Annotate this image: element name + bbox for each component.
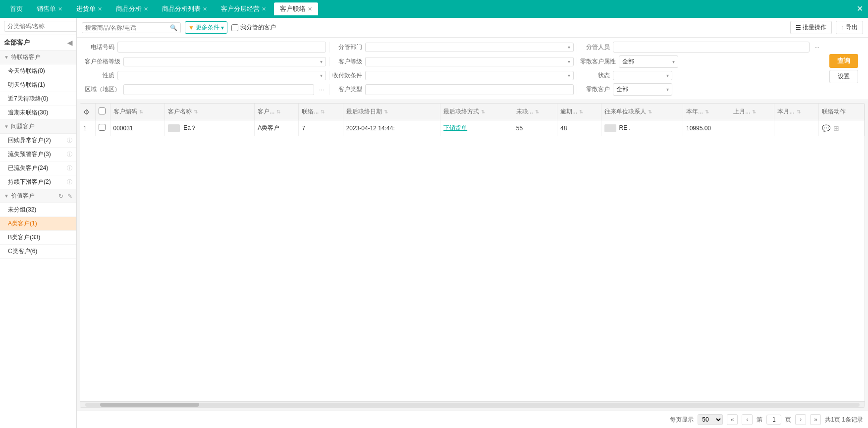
prev-page-btn[interactable]: ‹ <box>742 414 753 425</box>
sort-overdue-icon[interactable]: ⇅ <box>579 109 583 114</box>
sidebar-item-tomorrow[interactable]: 明天待联络(1) <box>0 78 76 92</box>
col-overdue: 逾期... ⇅ <box>557 104 601 120</box>
edit-icon[interactable]: ✎ <box>67 193 72 200</box>
customer-level-chev: ▾ <box>568 59 570 64</box>
page-number-input[interactable] <box>766 415 781 425</box>
nav-tab-purchase[interactable]: 进货单 ✕ <box>70 2 108 15</box>
customer-type-label: 客户类型 <box>332 85 362 94</box>
main-layout: 🔍 全部客户 ◀ ▼ 待联络客户 今天待联络(0) 明天待联络(1) 近7天待联… <box>0 18 868 428</box>
retail-select[interactable]: 全部 ▾ <box>613 83 672 96</box>
close-product-analysis-tab[interactable]: ✕ <box>144 6 148 12</box>
price-level-select[interactable]: ▾ <box>123 57 326 66</box>
sort-unit-contact-icon[interactable]: ⇅ <box>648 109 652 114</box>
status-select[interactable]: ▾ <box>613 71 672 80</box>
section-value-customers[interactable]: ▼ 价值客户 ↻ ✎ <box>0 189 76 203</box>
phone-input[interactable] <box>117 42 326 53</box>
next-page-btn[interactable]: › <box>795 414 806 425</box>
retail-attr-select[interactable]: 全部 ▾ <box>619 55 678 68</box>
nav-tab-product-list[interactable]: 商品分析列表 ✕ <box>156 2 213 15</box>
grid-action-icon[interactable]: ⊞ <box>833 124 839 132</box>
manager-input[interactable] <box>613 42 810 53</box>
export-button[interactable]: ↑ 导出 <box>836 21 863 34</box>
dept-select[interactable]: ▾ <box>365 43 574 52</box>
select-all-checkbox[interactable] <box>99 107 106 114</box>
row-checkbox[interactable] <box>99 124 106 131</box>
sidebar-item-class-a[interactable]: A类客户(1) <box>0 217 76 231</box>
filter-row-1: 电话号码 分管部门 ▾ 分管人员 <box>82 42 824 53</box>
sort-no-contact-icon[interactable]: ⇅ <box>535 109 539 114</box>
row-last-date: 2023-04-12 14:44: <box>343 120 440 136</box>
sidebar-item-churned[interactable]: 已流失客户(24) ⓘ <box>0 161 76 175</box>
row-type: A类客户 <box>255 120 299 136</box>
nav-tab-customer-segment[interactable]: 客户分层经营 ✕ <box>215 2 272 15</box>
section-problem-customers[interactable]: ▼ 问题客户 <box>0 120 76 134</box>
col-last-date: 最后联络日期 ⇅ <box>343 104 440 120</box>
table-scroll-area[interactable]: ⚙ 客户编码 ⇅ <box>80 104 865 401</box>
section-value-label: 价值客户 <box>11 192 35 200</box>
filter-cell-retail-attr: 零散客户属性 全部 ▾ <box>577 55 824 68</box>
manager-more-btn[interactable]: ··· <box>813 44 821 51</box>
filter-search-input[interactable] <box>85 24 168 31</box>
last-page-btn[interactable]: » <box>810 414 821 425</box>
nature-select[interactable]: ▾ <box>117 71 326 80</box>
sidebar-item-churn-warning[interactable]: 流失预警客户(3) ⓘ <box>0 148 76 161</box>
my-customers-check[interactable] <box>231 24 238 31</box>
sidebar-item-7days[interactable]: 近7天待联络(0) <box>0 92 76 106</box>
payment-select[interactable]: ▾ <box>365 71 574 80</box>
last-method-link[interactable]: 下销货单 <box>443 124 467 131</box>
refresh-icon[interactable]: ↻ <box>58 193 63 200</box>
scrollbar-thumb[interactable] <box>100 403 199 407</box>
sidebar-item-class-b[interactable]: B类客户(33) <box>0 231 76 245</box>
close-customer-segment-tab[interactable]: ✕ <box>262 6 266 12</box>
nav-tab-sales[interactable]: 销售单 ✕ <box>31 2 68 15</box>
customer-type-input[interactable] <box>365 84 574 95</box>
section-pending-contact[interactable]: ▼ 待联络客户 <box>0 51 76 64</box>
sidebar-item-today[interactable]: 今天待联络(0) <box>0 64 76 78</box>
filter-cell-phone: 电话号码 <box>82 42 329 53</box>
sidebar-item-overdue[interactable]: 逾期未联络(30) <box>0 106 76 120</box>
scrollbar-track <box>85 403 860 407</box>
filter-more-button[interactable]: ▼ 更多条件 ▾ <box>185 21 227 34</box>
table-settings-icon[interactable]: ⚙ <box>83 108 90 116</box>
sidebar-item-declining[interactable]: 持续下滑客户(2) ⓘ <box>0 175 76 189</box>
batch-op-button[interactable]: ☰ 批量操作 <box>790 21 832 34</box>
close-customer-contact-tab[interactable]: ✕ <box>308 6 312 12</box>
my-customers-checkbox[interactable]: 我分管的客户 <box>231 23 276 32</box>
sidebar: 🔍 全部客户 ◀ ▼ 待联络客户 今天待联络(0) 明天待联络(1) 近7天待联… <box>0 18 77 428</box>
sort-last-method-icon[interactable]: ⇅ <box>481 109 485 114</box>
customer-level-select[interactable]: ▾ <box>365 57 574 66</box>
chat-action-icon[interactable]: 💬 <box>822 124 830 132</box>
sort-type-icon[interactable]: ⇅ <box>276 109 280 114</box>
sort-year-amount-icon[interactable]: ⇅ <box>705 109 709 114</box>
region-more-btn[interactable]: ··· <box>317 86 326 93</box>
filter-search-icon[interactable]: 🔍 <box>170 24 177 31</box>
settings-button[interactable]: 设置 <box>829 70 858 83</box>
horizontal-scrollbar[interactable] <box>80 401 865 407</box>
sidebar-search-input[interactable] <box>4 21 77 32</box>
sort-contact-count-icon[interactable]: ⇅ <box>321 109 325 114</box>
filter-cell-retail: 零散客户 全部 ▾ <box>577 83 824 96</box>
close-purchase-tab[interactable]: ✕ <box>98 6 102 12</box>
arrow-icon: ▼ <box>4 54 9 60</box>
arrow-icon-3: ▼ <box>4 193 9 199</box>
sort-this-month-icon[interactable]: ⇅ <box>797 109 801 114</box>
sidebar-collapse-icon[interactable]: ◀ <box>67 39 72 47</box>
first-page-btn[interactable]: « <box>727 414 738 425</box>
nav-home[interactable]: 首页 <box>4 2 29 15</box>
nav-tab-customer-contact[interactable]: 客户联络 ✕ <box>274 2 318 15</box>
sort-code-icon[interactable]: ⇅ <box>139 109 143 114</box>
sort-last-date-icon[interactable]: ⇅ <box>384 109 388 114</box>
per-page-select[interactable]: 50 20 100 200 <box>698 414 723 425</box>
sidebar-item-class-c[interactable]: C类客户(6) <box>0 245 76 259</box>
sidebar-item-repurchase-abnormal[interactable]: 回购异常客户(2) ⓘ <box>0 134 76 148</box>
window-close-button[interactable]: ✕ <box>857 4 863 13</box>
sort-last-month-icon[interactable]: ⇅ <box>752 109 756 114</box>
nav-tab-product-analysis[interactable]: 商品分析 ✕ <box>110 2 154 15</box>
close-product-list-tab[interactable]: ✕ <box>203 6 207 12</box>
close-sales-tab[interactable]: ✕ <box>58 6 62 12</box>
sort-name-icon[interactable]: ⇅ <box>194 109 198 114</box>
region-input[interactable] <box>123 84 314 95</box>
sidebar-item-unclassified[interactable]: 未分组(32) <box>0 203 76 217</box>
query-button[interactable]: 查询 <box>829 54 858 68</box>
advanced-filter: 电话号码 分管部门 ▾ 分管人员 <box>77 38 868 100</box>
